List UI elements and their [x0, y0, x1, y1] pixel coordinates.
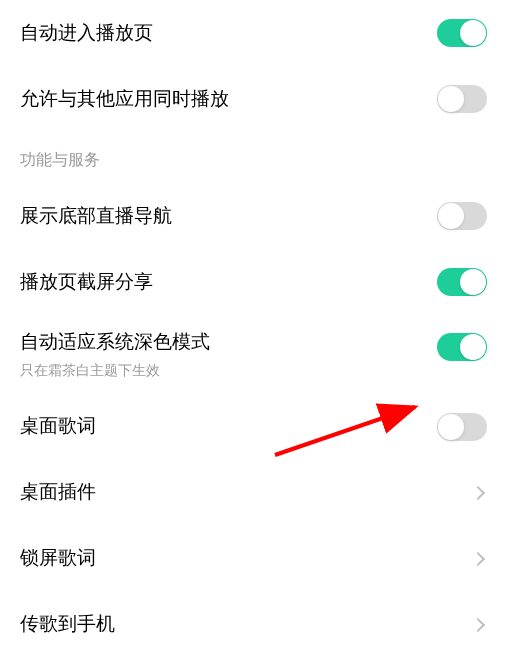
setting-label: 播放页截屏分享 [20, 269, 153, 296]
setting-label: 桌面插件 [20, 479, 96, 506]
label-wrap: 播放页截屏分享 [20, 269, 153, 296]
toggle-auto-enter-playpage[interactable] [437, 19, 487, 47]
toggle-knob [460, 334, 486, 360]
setting-allow-other-app-playback[interactable]: 允许与其他应用同时播放 [0, 66, 507, 132]
settings-list: 自动进入播放页 允许与其他应用同时播放 功能与服务 展示底部直播导航 播放页截屏… [0, 0, 507, 656]
setting-lockscreen-lyrics[interactable]: 锁屏歌词 [0, 526, 507, 592]
label-wrap: 自动进入播放页 [20, 20, 153, 47]
label-wrap: 锁屏歌词 [20, 545, 96, 572]
setting-transfer-songs[interactable]: 传歌到手机 [0, 592, 507, 656]
toggle-knob [438, 414, 464, 440]
label-wrap: 桌面歌词 [20, 413, 96, 440]
toggle-show-bottom-live-nav[interactable] [437, 202, 487, 230]
toggle-allow-other-app-playback[interactable] [437, 85, 487, 113]
label-wrap: 桌面插件 [20, 479, 96, 506]
setting-label: 锁屏歌词 [20, 545, 96, 572]
toggle-screenshot-share[interactable] [437, 268, 487, 296]
setting-label: 展示底部直播导航 [20, 203, 172, 230]
chevron-right-icon [471, 618, 485, 632]
toggle-knob [460, 269, 486, 295]
setting-desktop-lyrics[interactable]: 桌面歌词 [0, 394, 507, 460]
toggle-auto-dark-mode[interactable] [437, 333, 487, 361]
setting-label: 传歌到手机 [20, 611, 115, 638]
toggle-desktop-lyrics[interactable] [437, 413, 487, 441]
setting-label: 自动适应系统深色模式 [20, 329, 210, 356]
setting-label: 桌面歌词 [20, 413, 96, 440]
setting-show-bottom-live-nav[interactable]: 展示底部直播导航 [0, 183, 507, 249]
section-header-functions: 功能与服务 [0, 132, 507, 183]
setting-sublabel: 只在霜茶白主题下生效 [20, 362, 210, 380]
setting-auto-dark-mode[interactable]: 自动适应系统深色模式 只在霜茶白主题下生效 [0, 315, 507, 394]
chevron-right-icon [471, 552, 485, 566]
label-wrap: 允许与其他应用同时播放 [20, 86, 229, 113]
toggle-knob [438, 203, 464, 229]
setting-desktop-widget[interactable]: 桌面插件 [0, 460, 507, 526]
setting-label: 自动进入播放页 [20, 20, 153, 47]
toggle-knob [460, 20, 486, 46]
label-wrap: 展示底部直播导航 [20, 203, 172, 230]
setting-auto-enter-playpage[interactable]: 自动进入播放页 [0, 0, 507, 66]
setting-screenshot-share[interactable]: 播放页截屏分享 [0, 249, 507, 315]
label-wrap: 传歌到手机 [20, 611, 115, 638]
label-wrap: 自动适应系统深色模式 只在霜茶白主题下生效 [20, 329, 210, 380]
chevron-right-icon [471, 486, 485, 500]
setting-label: 允许与其他应用同时播放 [20, 86, 229, 113]
toggle-knob [438, 86, 464, 112]
